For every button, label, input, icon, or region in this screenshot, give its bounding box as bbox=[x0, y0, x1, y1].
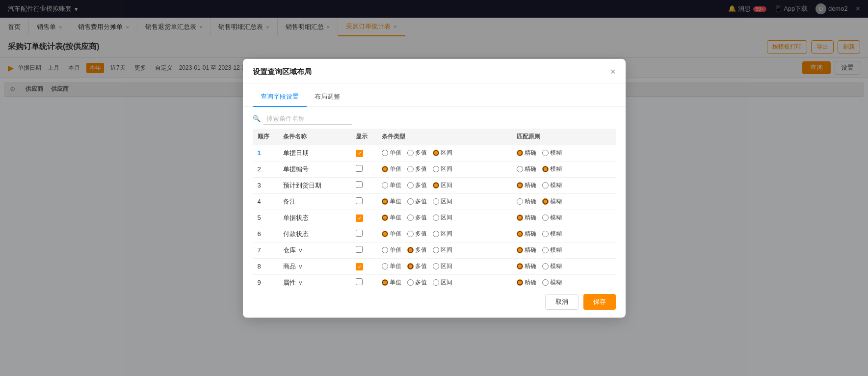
dialog-tabs: 查询字段设置 布局调整 bbox=[243, 83, 626, 101]
modal-overlay: 设置查询区域布局 × 查询字段设置 布局调整 🔍 顺序 条件名称 显示 bbox=[0, 0, 868, 101]
tab-layout-adjust[interactable]: 布局调整 bbox=[307, 89, 348, 101]
dialog-close-button[interactable]: × bbox=[610, 67, 616, 77]
dialog: 设置查询区域布局 × 查询字段设置 布局调整 🔍 顺序 条件名称 显示 bbox=[243, 59, 626, 101]
tab-query-fields[interactable]: 查询字段设置 bbox=[253, 89, 307, 101]
dialog-header: 设置查询区域布局 × bbox=[243, 59, 626, 83]
dialog-title: 设置查询区域布局 bbox=[253, 67, 312, 77]
